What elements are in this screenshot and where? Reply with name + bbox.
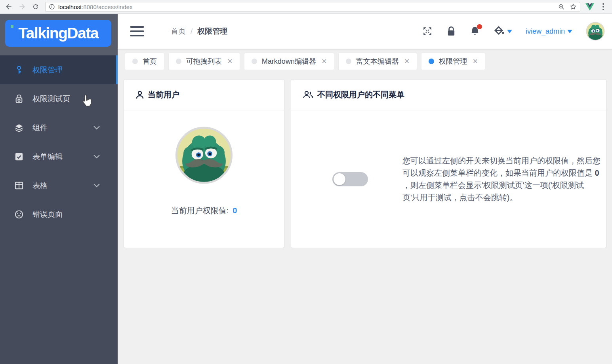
access-value-label: 当前用户权限值: xyxy=(171,206,229,215)
people-icon xyxy=(303,91,313,99)
username: iview_admin xyxy=(526,27,565,36)
fullscreen-icon xyxy=(422,26,433,36)
main-content: 首页 可拖拽列表 × Markdown编辑器 × 富文本编辑器 × 权限管理 × xyxy=(118,49,612,364)
access-description: 您可以通过左侧的开关来切换当前用户的权限值，然后您可以观察左侧菜单栏的变化，如果… xyxy=(402,155,601,204)
menu-access-card-body: 您可以通过左侧的开关来切换当前用户的权限值，然后您可以观察左侧菜单栏的变化，如果… xyxy=(291,110,606,248)
chevron-down-icon xyxy=(507,30,512,33)
tag-draggable-list[interactable]: 可拖拽列表 × xyxy=(168,53,240,70)
logo-mark xyxy=(11,25,13,28)
tag-dot-icon xyxy=(176,59,181,64)
browser-back-button[interactable] xyxy=(3,1,14,12)
close-icon[interactable]: × xyxy=(404,57,410,66)
browser-menu-button[interactable] xyxy=(598,1,609,12)
user-menu[interactable]: iview_admin xyxy=(526,27,572,36)
sidebar-item-access-test[interactable]: 权限测试页 xyxy=(0,84,118,113)
chevron-down-icon xyxy=(93,155,100,159)
avatar[interactable] xyxy=(586,22,605,41)
tag-dot-icon xyxy=(346,59,351,64)
current-user-card: 当前用户 当前用户权限值:0 xyxy=(124,79,284,248)
breadcrumb-separator: / xyxy=(191,27,193,36)
table-icon xyxy=(14,181,24,190)
tag-dot-icon xyxy=(429,59,434,64)
tag-access-admin[interactable]: 权限管理 × xyxy=(421,53,486,70)
url-host: localhost xyxy=(58,4,82,10)
screen: localhost:8080/access/index TalkingData xyxy=(0,0,612,364)
collapse-menu-button[interactable] xyxy=(130,26,144,36)
browser-toolbar: localhost:8080/access/index xyxy=(0,0,612,14)
sidebar: TalkingData 权限管理 权限测试页 组件 xyxy=(0,14,118,364)
person-icon xyxy=(136,91,144,99)
key-icon xyxy=(14,65,24,75)
kebab-menu-icon xyxy=(602,3,604,10)
form-check-icon xyxy=(14,152,24,161)
tag-label: 首页 xyxy=(143,57,157,66)
app-logo[interactable]: TalkingData xyxy=(5,20,111,47)
logo-text: TalkingData xyxy=(18,25,98,42)
tag-dot-icon xyxy=(132,59,138,64)
tag-markdown-editor[interactable]: Markdown编辑器 × xyxy=(244,53,334,70)
close-icon[interactable]: × xyxy=(472,57,478,66)
tag-richtext-editor[interactable]: 富文本编辑器 × xyxy=(338,53,417,70)
chevron-down-icon xyxy=(93,184,100,188)
sidebar-item-label: 表单编辑 xyxy=(32,152,63,162)
access-toggle-switch[interactable] xyxy=(332,172,368,186)
chevron-down-icon xyxy=(567,30,572,33)
card-title: 当前用户 xyxy=(148,89,179,100)
breadcrumb-current: 权限管理 xyxy=(197,26,227,36)
tag-label: 权限管理 xyxy=(439,57,467,66)
header: 首页 / 权限管理 iview_admin xyxy=(118,14,612,49)
forward-arrow-icon xyxy=(18,3,26,11)
tag-home[interactable]: 首页 xyxy=(125,53,164,70)
current-user-card-header: 当前用户 xyxy=(124,80,284,110)
tag-label: 富文本编辑器 xyxy=(356,57,399,66)
desc-bold-zero: 0 xyxy=(595,169,599,177)
desc-text-after: ，则左侧菜单栏会显示'权限测试页'这一项('权限测试页'只用于测试，点击不会跳转… xyxy=(402,181,584,202)
current-user-avatar xyxy=(175,126,233,184)
sidebar-item-components[interactable]: 组件 xyxy=(0,113,118,142)
menu-access-card-header: 不同权限用户的不同菜单 xyxy=(291,80,606,110)
browser-forward-button[interactable] xyxy=(17,1,28,12)
sidebar-item-tables[interactable]: 表格 xyxy=(0,171,118,200)
fullscreen-button[interactable] xyxy=(422,26,433,36)
sad-face-icon xyxy=(14,210,24,219)
sidebar-item-label: 权限管理 xyxy=(32,65,63,75)
menu-access-card: 不同权限用户的不同菜单 您可以通过左侧的开关来切换当前用户的权限值，然后您可以观… xyxy=(291,79,606,248)
page-info-icon[interactable] xyxy=(49,4,55,10)
vue-logo-icon xyxy=(585,3,594,11)
refresh-icon xyxy=(32,3,39,10)
sidebar-menu: 权限管理 权限测试页 组件 表 xyxy=(0,55,118,229)
close-icon[interactable]: × xyxy=(321,57,327,66)
lock-test-icon xyxy=(14,94,24,104)
back-arrow-icon xyxy=(5,3,13,11)
sidebar-item-error-pages[interactable]: 错误页面 xyxy=(0,200,118,229)
bookmark-star-icon[interactable] xyxy=(570,3,577,10)
sidebar-item-label: 组件 xyxy=(32,123,48,133)
tag-label: Markdown编辑器 xyxy=(262,57,316,66)
card-title: 不同权限用户的不同菜单 xyxy=(317,89,404,100)
lock-screen-button[interactable] xyxy=(446,26,456,36)
opened-tags-bar: 首页 可拖拽列表 × Markdown编辑器 × 富文本编辑器 × 权限管理 × xyxy=(125,53,485,70)
zoom-icon[interactable] xyxy=(558,4,565,10)
lock-icon xyxy=(446,26,456,36)
theme-paint-icon xyxy=(494,26,505,36)
url-text: localhost:8080/access/index xyxy=(58,4,133,10)
address-bar[interactable]: localhost:8080/access/index xyxy=(45,2,580,12)
vue-devtools-button[interactable] xyxy=(584,1,595,12)
sidebar-item-label: 错误页面 xyxy=(32,209,63,220)
logo-area: TalkingData xyxy=(0,14,118,55)
sidebar-item-form-edit[interactable]: 表单编辑 xyxy=(0,142,118,171)
sidebar-item-access-admin[interactable]: 权限管理 xyxy=(0,55,118,84)
notifications-button[interactable] xyxy=(470,26,480,36)
close-icon[interactable]: × xyxy=(227,57,233,66)
url-path: :8080/access/index xyxy=(82,4,132,10)
access-value: 0 xyxy=(233,206,237,215)
browser-refresh-button[interactable] xyxy=(30,1,41,12)
tag-label: 可拖拽列表 xyxy=(186,57,222,66)
sidebar-item-label: 权限测试页 xyxy=(32,94,70,104)
chevron-down-icon xyxy=(93,126,100,130)
theme-switch-button[interactable] xyxy=(494,26,512,36)
breadcrumb-home[interactable]: 首页 xyxy=(171,26,186,36)
tag-dot-icon xyxy=(252,59,257,64)
sidebar-item-label: 表格 xyxy=(32,180,48,191)
current-user-card-body: 当前用户权限值:0 xyxy=(124,110,284,248)
